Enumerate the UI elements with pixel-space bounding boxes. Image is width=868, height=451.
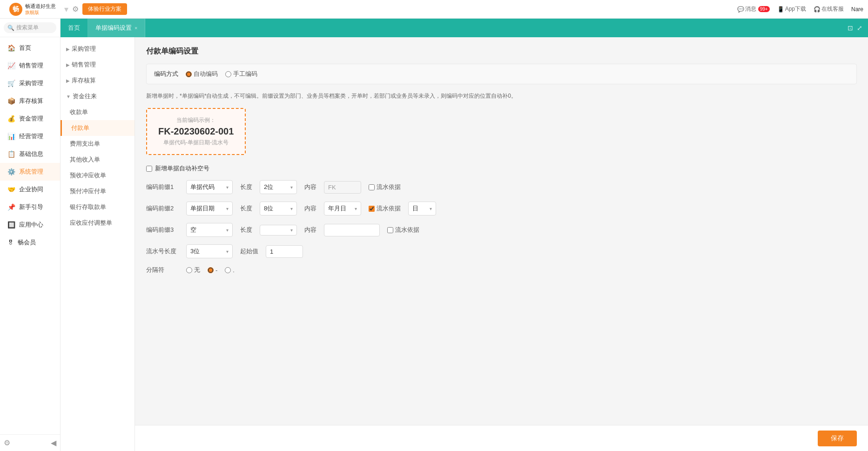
- length2-arrow: ▾: [290, 206, 293, 211]
- sidebar-item-capital[interactable]: 💰 资金管理: [0, 110, 60, 128]
- main-layout: 🔍 搜索菜单 🏠 首页 📈 销售管理 🛒 采购管理 📦 库存核算 💰: [0, 19, 868, 451]
- serial1-checkbox-label[interactable]: 流水依据: [369, 183, 401, 191]
- chevron-down-icon: ▼: [66, 94, 71, 99]
- sep-dash-radio[interactable]: -: [208, 267, 217, 274]
- sales-icon: 📈: [7, 62, 15, 69]
- prefix1-select[interactable]: 单据代码 ▾: [186, 180, 233, 194]
- tab-home[interactable]: 首页: [61, 19, 88, 37]
- manual-code-input[interactable]: [225, 71, 231, 77]
- sep-none-radio[interactable]: 无: [186, 266, 200, 274]
- sep-dot-input[interactable]: [225, 267, 231, 273]
- length1-select[interactable]: 2位 ▾: [260, 180, 297, 194]
- message-badge: 99+: [758, 6, 770, 12]
- system-icon: ⚙️: [7, 168, 15, 175]
- collapse-icon[interactable]: ◀: [51, 438, 56, 447]
- sidebar-search[interactable]: 🔍 搜索菜单: [0, 19, 60, 37]
- user-name[interactable]: Nare: [851, 6, 863, 13]
- separator-radio-group: 无 - .: [186, 266, 235, 274]
- sidebar-item-partner[interactable]: 🤝 企业协同: [0, 181, 60, 198]
- serial2-checkbox-label[interactable]: 流水依据: [369, 204, 401, 213]
- trial-btn[interactable]: 体验行业方案: [82, 3, 127, 15]
- sidebar-item-member[interactable]: 🎖 畅会员: [0, 234, 60, 251]
- sub-group-sales-title[interactable]: ▶ 销售管理: [61, 57, 135, 73]
- sub-item-bank[interactable]: 银行存取款单: [61, 199, 135, 215]
- separator-label: 分隔符: [146, 266, 179, 274]
- search-input-wrapper[interactable]: 🔍 搜索菜单: [4, 22, 56, 33]
- sidebar-item-basics[interactable]: 📋 基础信息: [0, 145, 60, 163]
- sidebar-item-inventory[interactable]: 📦 库存核算: [0, 92, 60, 110]
- start-label: 起始值: [240, 247, 258, 256]
- bottom-bar: 保存: [135, 425, 868, 451]
- sidebar-item-home[interactable]: 🏠 首页: [0, 39, 60, 57]
- sidebar-item-apps[interactable]: 🔲 应用中心: [0, 216, 60, 234]
- bottom-gear-icon[interactable]: ⚙: [4, 438, 10, 447]
- serial1-checkbox[interactable]: [369, 184, 375, 190]
- length3-label: 长度: [240, 226, 252, 234]
- sidebar-item-sales[interactable]: 📈 销售管理: [0, 57, 60, 74]
- settings-icon[interactable]: ⚙: [72, 5, 79, 13]
- apps-icon: 🔲: [7, 221, 15, 229]
- content3-input[interactable]: [324, 224, 380, 236]
- coding-radio-group: 自动编码 手工编码: [186, 70, 257, 78]
- sidebar-item-system[interactable]: ⚙️ 系统管理: [0, 163, 60, 181]
- preview-box: 当前编码示例： FK-20230602-001 单据代码-单据日期-流水号: [146, 108, 246, 155]
- serial-num-select[interactable]: 3位 ▾: [186, 244, 233, 258]
- sub-group-inventory: ▶ 库存核算: [61, 73, 135, 88]
- sep-dash-input[interactable]: [208, 267, 214, 273]
- serial3-checkbox[interactable]: [387, 227, 393, 233]
- sidebar-item-purchase[interactable]: 🛒 采购管理: [0, 74, 60, 92]
- sub-item-adjust[interactable]: 应收应付调整单: [61, 215, 135, 231]
- sidebar-item-operations[interactable]: 📊 经营管理: [0, 128, 60, 145]
- content2-arrow: ▾: [355, 206, 357, 211]
- sep-none-input[interactable]: [186, 267, 192, 273]
- sub-group-purchase-title[interactable]: ▶ 采购管理: [61, 41, 135, 57]
- coding-method-row: 编码方式 自动编码 手工编码: [146, 64, 857, 84]
- sub-item-prepay-recv[interactable]: 预收冲应收单: [61, 168, 135, 183]
- sub-group-inventory-title[interactable]: ▶ 库存核算: [61, 73, 135, 88]
- prefix2-select[interactable]: 单据日期 ▾: [186, 202, 233, 215]
- length3-select[interactable]: ▾: [260, 225, 297, 236]
- serial3-checkbox-label[interactable]: 流水依据: [387, 226, 419, 234]
- autofill-row: 新增单据自动补空号: [146, 164, 857, 173]
- start-value-input[interactable]: [266, 245, 303, 258]
- sidebar: 🔍 搜索菜单 🏠 首页 📈 销售管理 🛒 采购管理 📦 库存核算 💰: [0, 19, 61, 451]
- auto-code-radio[interactable]: 自动编码: [186, 70, 218, 78]
- tab-close-icon[interactable]: ×: [135, 25, 137, 31]
- message-link[interactable]: 💬 消息 99+: [737, 5, 770, 13]
- sub-item-expense[interactable]: 费用支出单: [61, 136, 135, 152]
- online-service-link[interactable]: 🎧 在线客服: [814, 5, 844, 13]
- sub-item-other-income[interactable]: 其他收入单: [61, 152, 135, 168]
- content2-select[interactable]: 年月日 ▾: [324, 202, 361, 215]
- autofill-checkbox[interactable]: [146, 166, 152, 172]
- save-button[interactable]: 保存: [818, 431, 857, 446]
- sidebar-bottom: ⚙ ◀: [0, 434, 60, 451]
- sub-item-payment[interactable]: 付款单: [61, 120, 135, 136]
- basics-icon: 📋: [7, 150, 15, 158]
- prefix3-select[interactable]: 空 ▾: [186, 223, 233, 237]
- prefix2-arrow: ▾: [226, 206, 229, 211]
- auto-code-input[interactable]: [186, 71, 192, 77]
- length1-arrow: ▾: [290, 185, 293, 190]
- sub-group-capital-title[interactable]: ▼ 资金往来: [61, 88, 135, 104]
- preview-label: 当前编码示例：: [158, 116, 234, 124]
- tab-current[interactable]: 单据编码设置 ×: [88, 19, 145, 37]
- sub-item-receipt[interactable]: 收款单: [61, 104, 135, 120]
- sep-dot-radio[interactable]: .: [225, 267, 235, 274]
- tab-shrink-icon[interactable]: ⤢: [857, 24, 862, 32]
- serial2-checkbox[interactable]: [369, 206, 375, 212]
- length2-select[interactable]: 8位 ▾: [260, 202, 297, 215]
- serial2-unit-select[interactable]: 日 ▾: [408, 202, 436, 215]
- content1-input[interactable]: [324, 181, 361, 194]
- sub-item-prepay-pay[interactable]: 预付冲应付单: [61, 183, 135, 199]
- app-download-link[interactable]: 📱 App下载: [777, 5, 806, 13]
- prefix2-row: 编码前缀2 单据日期 ▾ 长度 8位 ▾ 内容 年月日: [146, 202, 857, 215]
- preview-code: FK-20230602-001: [158, 126, 234, 137]
- content2-label: 内容: [304, 204, 316, 213]
- info-text: 新增单据时，*单据编码*自动生成，不可编辑。前缀设置为部门、业务员等档案类，开单…: [146, 92, 857, 101]
- sidebar-item-guide[interactable]: 📌 新手引导: [0, 198, 60, 216]
- search-icon: 🔍: [7, 25, 14, 31]
- dropdown-icon[interactable]: ▾: [64, 4, 68, 14]
- chevron-right-icon2: ▶: [66, 62, 70, 67]
- manual-code-radio[interactable]: 手工编码: [225, 70, 257, 78]
- tab-expand-icon[interactable]: ⊡: [848, 24, 853, 32]
